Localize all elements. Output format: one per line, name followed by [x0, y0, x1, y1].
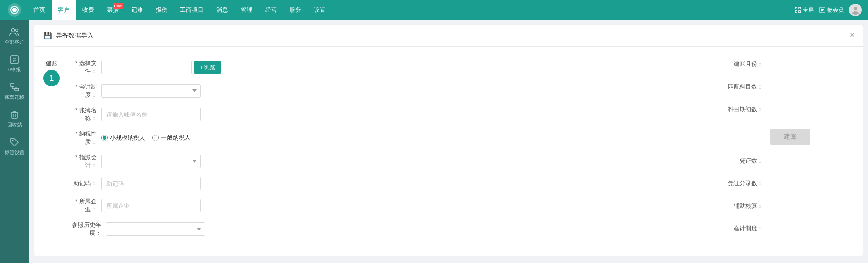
- auxiliary-label: 辅助核算：: [727, 202, 768, 210]
- nav-item-service[interactable]: 服务: [283, 0, 308, 20]
- tax-general-radio[interactable]: 一般纳税人: [152, 134, 190, 142]
- svg-rect-0: [795, 7, 797, 9]
- svg-rect-2: [795, 11, 797, 13]
- fullscreen-icon: [795, 7, 801, 13]
- memo-code-label: 助记码：: [65, 179, 101, 188]
- sidebar: 全部客户 0申报 账套迁移: [0, 20, 29, 263]
- info-accounting-system-label: 会计制度：: [727, 225, 768, 233]
- nav-item-home[interactable]: 首页: [27, 0, 52, 20]
- match-subjects-label: 匹配科目数：: [727, 83, 768, 91]
- browse-button[interactable]: +浏览: [194, 61, 221, 74]
- form-row-tax-type: * 纳税性质： 小规模纳税人 一般纳税人: [65, 130, 221, 146]
- tax-small-radio[interactable]: 小规模纳税人: [101, 134, 145, 142]
- tax-general-label: 一般纳税人: [161, 134, 190, 142]
- memo-code-input[interactable]: [101, 177, 201, 190]
- form-row-memo-code: 助记码：: [65, 177, 221, 190]
- import-icon: 💾: [43, 32, 52, 40]
- svg-rect-3: [799, 11, 801, 13]
- sidebar-item-tags[interactable]: 标签设置: [2, 134, 27, 160]
- tax-type-radio-group: 小规模纳税人 一般纳税人: [101, 134, 190, 142]
- member-label: 畅会员: [827, 6, 844, 14]
- user-avatar-icon: [850, 5, 860, 15]
- step-label: 建账: [46, 59, 57, 67]
- info-row-period-init: 科目期初数：: [727, 103, 854, 116]
- history-year-label: 参照历史年度：: [65, 221, 106, 237]
- accounting-system-label: * 会计制度：: [65, 83, 101, 99]
- info-row-match-subjects: 匹配科目数：: [727, 80, 854, 94]
- nav-item-manage[interactable]: 管理: [234, 0, 259, 20]
- info-row-create-month: 建账月份：: [727, 57, 854, 71]
- form-row-company: * 所属企业：: [65, 197, 221, 214]
- panel-header: 💾 导爷数据导入 ×: [34, 25, 863, 47]
- section-divider: [713, 57, 713, 244]
- history-year-select[interactable]: [106, 222, 205, 236]
- svg-point-7: [852, 11, 859, 15]
- info-row-voucher-entries: 凭证分录数：: [727, 177, 854, 190]
- ledger-name-label: * 账簿名称：: [65, 106, 101, 122]
- nav-item-tax[interactable]: 报税: [149, 0, 174, 20]
- accounting-system-select[interactable]: [101, 84, 201, 98]
- create-month-label: 建账月份：: [727, 60, 768, 68]
- users-icon: [9, 27, 19, 37]
- avatar[interactable]: [849, 4, 862, 16]
- sidebar-item-tags-label: 标签设置: [5, 149, 24, 156]
- create-button-wrap: 建账: [727, 125, 854, 145]
- sidebar-item-zero-report-label: 0申报: [8, 66, 21, 73]
- svg-point-6: [854, 7, 857, 10]
- step-circle: 1: [43, 70, 60, 86]
- svg-rect-16: [12, 113, 17, 118]
- app-logo: [5, 0, 24, 20]
- nav-item-settings[interactable]: 设置: [308, 0, 332, 20]
- content-area: 💾 导爷数据导入 × 建账 1: [29, 20, 868, 263]
- main-layout: 全部客户 0申报 账套迁移: [0, 20, 868, 263]
- create-account-button[interactable]: 建账: [770, 129, 810, 145]
- nav-item-bookkeeping[interactable]: 记账: [125, 0, 149, 20]
- panel: 💾 导爷数据导入 × 建账 1: [34, 25, 863, 256]
- form-section: 建账 1 * 选择文件： +浏览: [43, 57, 699, 244]
- form-row-accountant: * 指派会计：: [65, 153, 221, 169]
- panel-title: 导爷数据导入: [56, 32, 94, 40]
- nav-items: 首页 客户 收费 票据 new 记账 报税 工商项目 消息 管理 经营 服务 设…: [27, 0, 795, 20]
- nav-item-billing[interactable]: 收费: [76, 0, 100, 20]
- nav-item-messages[interactable]: 消息: [210, 0, 234, 20]
- member-button[interactable]: 畅会员: [819, 6, 844, 14]
- tax-small-label: 小规模纳税人: [110, 134, 145, 142]
- accountant-label: * 指派会计：: [65, 153, 101, 169]
- form-container: * 选择文件： +浏览 * 会计制度：: [65, 59, 221, 244]
- nav-item-operations[interactable]: 经营: [259, 0, 283, 20]
- accountant-select[interactable]: [101, 155, 201, 168]
- sidebar-item-trash[interactable]: 回收站: [2, 106, 27, 132]
- file-label: * 选择文件：: [65, 59, 101, 75]
- sidebar-item-all-clients[interactable]: 全部客户: [2, 23, 27, 49]
- close-button[interactable]: ×: [849, 31, 854, 39]
- nav-item-business[interactable]: 工商项目: [174, 0, 210, 20]
- play-icon: [819, 7, 825, 13]
- form-row-file: * 选择文件： +浏览: [65, 59, 221, 75]
- company-input[interactable]: [101, 199, 201, 212]
- info-row-auxiliary: 辅助核算：: [727, 199, 854, 213]
- info-row-voucher: 凭证数：: [727, 154, 854, 168]
- voucher-entries-label: 凭证分录数：: [727, 179, 768, 188]
- form-row-accounting-system: * 会计制度：: [65, 83, 221, 99]
- nav-item-clients[interactable]: 客户: [52, 0, 76, 20]
- file-input-wrap: +浏览: [101, 61, 221, 74]
- nav-item-invoices[interactable]: 票据 new: [100, 0, 125, 20]
- svg-rect-14: [10, 84, 14, 86]
- sidebar-item-zero-report[interactable]: 0申报: [2, 51, 27, 77]
- svg-point-9: [16, 29, 18, 32]
- top-navigation: 首页 客户 收费 票据 new 记账 报税 工商项目 消息 管理 经营 服务 设…: [0, 0, 868, 20]
- new-badge: new: [113, 3, 123, 9]
- voucher-label: 凭证数：: [727, 157, 768, 165]
- trash-icon: [9, 110, 19, 120]
- report-icon: [9, 55, 19, 65]
- svg-marker-5: [821, 8, 824, 12]
- file-input[interactable]: [101, 61, 192, 74]
- fullscreen-button[interactable]: 全屏: [795, 6, 814, 14]
- sidebar-item-migrate[interactable]: 账套迁移: [2, 79, 27, 104]
- tag-icon: [9, 137, 19, 147]
- ledger-name-input[interactable]: [101, 108, 201, 121]
- period-init-label: 科目期初数：: [727, 105, 768, 113]
- svg-point-19: [12, 140, 14, 141]
- sidebar-item-migrate-label: 账套迁移: [5, 94, 24, 101]
- company-label: * 所属企业：: [65, 197, 101, 214]
